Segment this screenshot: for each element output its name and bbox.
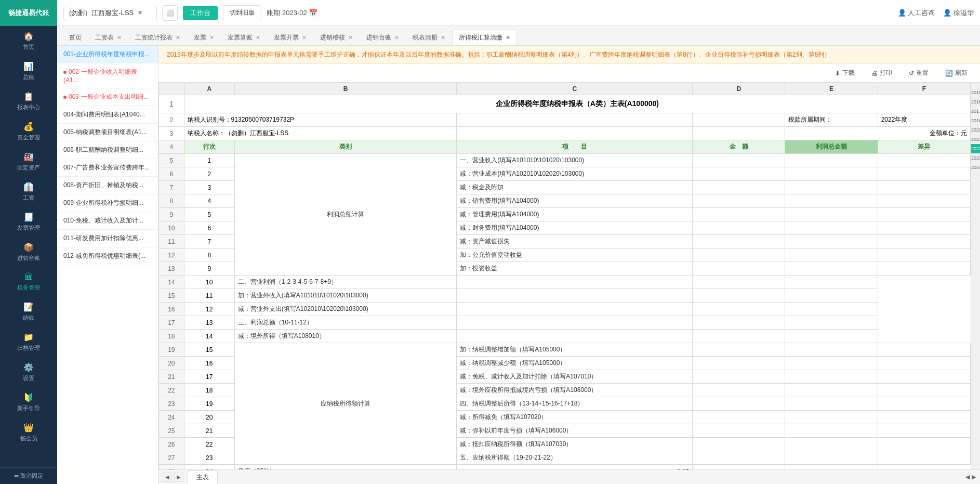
year-2016[interactable]: 2016 — [971, 97, 980, 107]
content-area: 001-企业所得税年度纳税申报... 002-一般企业收入明细表(A1... 0… — [57, 46, 980, 484]
currency-label: 金额单位：元 — [785, 127, 971, 140]
table-row: 3 纳税人名称：（勿删）江西服宝-LSS 金额单位：元 — [159, 127, 971, 140]
download-button[interactable]: ⬇ 下载 — [831, 67, 859, 79]
left-panel-item-005[interactable]: 005-纳税调整项目明细表(A1... — [57, 124, 158, 141]
close-icon[interactable]: ✕ — [117, 34, 122, 41]
tab-income-tax[interactable]: 所得税汇算清缴 ✕ — [452, 30, 517, 45]
company-selector[interactable]: (勿删）江西服宝-LSS ▼ — [63, 6, 157, 20]
tab-home[interactable]: 首页 — [62, 30, 88, 45]
company-name: (勿删）江西服宝-LSS — [69, 8, 134, 18]
ledger-icon: 📊 — [23, 61, 34, 71]
tab-purchase-ledger[interactable]: 进销台账 ✕ — [360, 30, 406, 45]
table-row: 14 10 二、营业利润（1-2-3-4-5-6-7-8+9） — [159, 276, 971, 289]
left-panel-item-011[interactable]: 011-研发费用加计扣除优惠... — [57, 230, 158, 247]
calendar-icon[interactable]: 📅 — [309, 9, 317, 17]
left-panel-item-006[interactable]: 006-职工薪酬纳税调整明细... — [57, 141, 158, 159]
left-panel-item-008[interactable]: 008-资产折旧、摊销及纳税... — [57, 177, 158, 194]
sidebar-item-payroll[interactable]: 👔 工资 — [0, 177, 57, 207]
sidebar-item-invoice[interactable]: 🧾 发票管理 — [0, 207, 57, 237]
table-row: 5 1 利润总额计算 一、营业收入(填写A101010\101020\10300… — [159, 154, 971, 167]
tab-payroll-stats[interactable]: 工资统计报表 ✕ — [128, 30, 187, 45]
unpin-label: ⬅ — [14, 473, 20, 479]
left-panel-item-004[interactable]: 004-期间费用明细表(A1040... — [57, 106, 158, 124]
sidebar-item-reports[interactable]: 📋 报表中心 — [0, 86, 57, 116]
guide-icon: 🔰 — [23, 393, 34, 402]
download-icon: ⬇ — [835, 70, 840, 77]
year-2019[interactable]: 2019 — [971, 88, 980, 97]
left-panel-item-012[interactable]: 012-减免所得税优惠明细表(... — [57, 247, 158, 265]
year-2024[interactable]: 2024 — [971, 163, 980, 172]
table-row: 28 24 税率（25%） 0.25 — [159, 465, 971, 470]
sidebar-item-archive[interactable]: 📁 归档管理 — [0, 327, 57, 357]
year-2020[interactable]: 2020 — [971, 125, 980, 135]
sidebar-item-label: 资金管理 — [17, 134, 40, 141]
col-f-header: F — [878, 83, 970, 95]
year-2023[interactable]: 2023 — [971, 153, 980, 163]
sidebar-item-ledger[interactable]: 📊 总账 — [0, 56, 57, 86]
user-avatar[interactable]: 👤 徐溢华 — [943, 8, 974, 18]
reset-button[interactable]: ↺ 重置 — [905, 67, 933, 79]
sidebar-item-vip[interactable]: 👑 畅会员 — [0, 417, 57, 448]
tab-invoice-calc[interactable]: 发票算账 ✕ — [221, 30, 267, 45]
close-icon[interactable]: ✕ — [256, 34, 260, 41]
sidebar-item-close[interactable]: 📝 结账 — [0, 297, 57, 327]
tab-tax-clearance[interactable]: 税表清册 ✕ — [406, 30, 452, 45]
close-icon[interactable]: ✕ — [209, 34, 214, 41]
col-header-lirunze: 利润总金额 — [785, 140, 878, 154]
left-panel-item-001[interactable]: 001-企业所得税年度纳税申报... — [57, 46, 158, 63]
switch-version-button[interactable]: 切到旧版 — [223, 5, 261, 20]
tax-period-value: 2022年度 — [878, 113, 970, 127]
close-icon[interactable]: ✕ — [506, 34, 510, 41]
scroll-right-icon[interactable]: ▶ — [972, 474, 976, 480]
year-2017[interactable]: 2017 — [971, 107, 980, 116]
copy-icon[interactable]: ⬜ — [162, 5, 178, 21]
col-header-chay: 差异 — [878, 140, 970, 154]
app-logo: 畅捷通易代账 — [0, 0, 57, 26]
tab-payroll[interactable]: 工资表 ✕ — [88, 30, 128, 45]
tab-invoice[interactable]: 发票 ✕ — [187, 30, 221, 45]
settings-icon: ⚙️ — [23, 362, 34, 372]
year-2021[interactable]: 2021 — [971, 135, 980, 144]
sidebar-item-tax[interactable]: 🏛 税务管理 — [0, 267, 57, 297]
close-icon[interactable]: ✕ — [302, 34, 307, 41]
spreadsheet-area[interactable]: A B C D E F 1 企业所 — [158, 83, 971, 469]
year-2018[interactable]: 2018 — [971, 116, 980, 125]
row-num: 3 — [159, 127, 184, 140]
sidebar-item-assets[interactable]: 🏭 固定资产 — [0, 147, 57, 177]
content-toolbar: ⬇ 下载 🖨 打印 ↺ 重置 🔄 刷新 — [158, 64, 980, 83]
sheet-tab-main[interactable]: 主表 — [188, 470, 218, 484]
corner-cell — [159, 83, 184, 95]
tax-icon: 🏛 — [24, 272, 33, 282]
close-icon[interactable]: ✕ — [348, 34, 353, 41]
sidebar-item-inventory[interactable]: 📦 进销台账 — [0, 237, 57, 267]
close-icon[interactable]: ✕ — [441, 34, 445, 41]
col-d-header: D — [693, 83, 785, 95]
sidebar-item-guide[interactable]: 🔰 新手引导 — [0, 387, 57, 417]
sidebar-item-finance[interactable]: 💰 资金管理 — [0, 116, 57, 147]
tab-invoice-open[interactable]: 发票开票 ✕ — [267, 30, 313, 45]
customer-service-button[interactable]: 👤 人工咨询 — [898, 8, 935, 18]
close-icon[interactable]: ✕ — [394, 34, 399, 41]
left-panel-item-002[interactable]: 002-一般企业收入明细表(A1... — [57, 63, 158, 88]
sidebar-item-settings[interactable]: ⚙️ 设置 — [0, 357, 57, 387]
year-2022[interactable]: 2022 — [971, 144, 980, 153]
close-icon[interactable]: ✕ — [176, 34, 180, 41]
print-button[interactable]: 🖨 打印 — [867, 67, 896, 79]
home-icon: 🏠 — [23, 31, 34, 41]
left-panel-item-010[interactable]: 010-免税、减计收入及加计... — [57, 212, 158, 230]
left-panel-item-009[interactable]: 009-企业所得税补亏损明细... — [57, 194, 158, 212]
sheet-next-button[interactable]: ▶ — [174, 473, 183, 482]
scroll-left-icon[interactable]: ◀ — [965, 474, 970, 480]
workbench-button[interactable]: 工作台 — [183, 6, 218, 20]
tab-purchase-audit[interactable]: 进销稽核 ✕ — [313, 30, 360, 45]
sidebar-item-home[interactable]: 🏠 首页 — [0, 26, 57, 56]
table-title: 企业所得税年度纳税申报表（A类）主表(A100000) — [184, 95, 970, 113]
refresh-button[interactable]: 🔄 刷新 — [941, 67, 972, 79]
sheet-prev-button[interactable]: ◀ — [163, 473, 172, 482]
left-panel-item-007[interactable]: 007-广告费和业务宣传费跨年... — [57, 159, 158, 177]
left-panel-item-003[interactable]: 003-一般企业成本支出明细... — [57, 88, 158, 106]
unpin-button[interactable]: ⬅ 取消固定 — [0, 467, 57, 484]
sidebar-nav: 🏠 首页 📊 总账 📋 报表中心 💰 资金管理 🏭 固定资产 👔 工资 🧾 发票… — [0, 26, 57, 467]
empty-cell — [457, 127, 693, 140]
tabbar: 首页 工资表 ✕ 工资统计报表 ✕ 发票 ✕ 发票算账 ✕ 发票开票 ✕ 进销稽… — [57, 26, 980, 46]
